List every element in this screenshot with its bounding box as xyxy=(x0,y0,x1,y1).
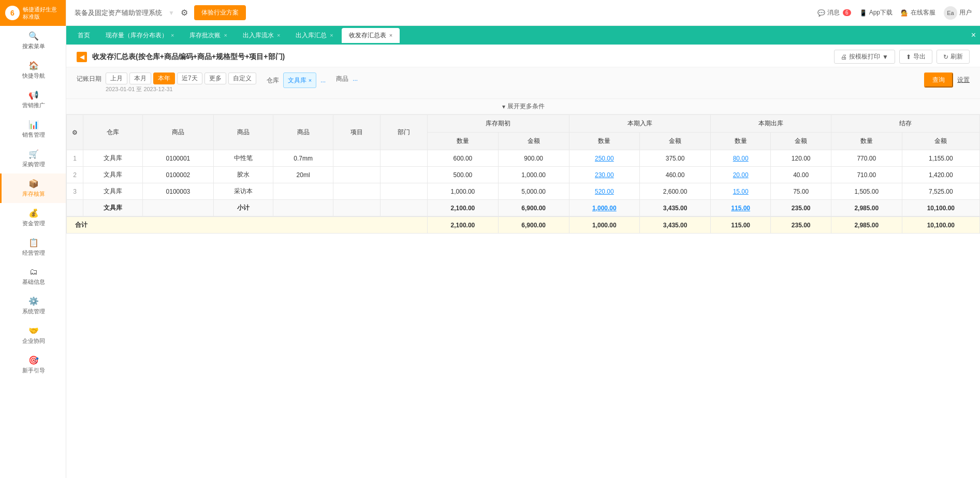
row-out-qty[interactable]: 15.00 xyxy=(710,183,771,200)
col-settings[interactable]: ⚙ xyxy=(67,115,83,150)
sidebar-item-operations[interactable]: 📋经营管理 xyxy=(0,233,66,262)
settings-link[interactable]: 设置 xyxy=(957,76,970,84)
sidebar-item-newbie[interactable]: 🎯新手引导 xyxy=(0,350,66,380)
table-footer-row: 合计 2,100.00 6,900.00 1,000.00 3,435.00 1… xyxy=(67,216,980,234)
tab-batch[interactable]: 库存批次账× xyxy=(182,28,234,43)
row-num-2: 3 xyxy=(67,183,83,200)
date-btn-近7天[interactable]: 近7天 xyxy=(177,73,202,84)
print-btn[interactable]: 🖨 按模板打印 ▼ xyxy=(834,50,895,64)
tab-home[interactable]: 首页 xyxy=(70,28,97,43)
system-name: 装备及固定资产辅助管理系统 xyxy=(75,8,162,18)
row-in-amt: 375.00 xyxy=(640,150,711,167)
row-name: 中性笔 xyxy=(213,150,273,167)
row-project xyxy=(333,167,381,183)
refresh-btn[interactable]: ↻ 刷新 xyxy=(937,50,970,64)
col-init-amt: 金额 xyxy=(498,133,569,150)
row-in-qty[interactable]: 520.00 xyxy=(569,183,640,200)
sidebar-item-enterprise[interactable]: 🤝企业协同 xyxy=(0,321,66,350)
sidebar-item-marketing[interactable]: 📢营销推广 xyxy=(0,85,66,114)
tab-label-summary: 出入库汇总 xyxy=(296,31,327,40)
tab-label-batch: 库存批次账 xyxy=(189,31,221,40)
sidebar-item-search[interactable]: 🔍搜索菜单 xyxy=(0,26,66,55)
warehouse-tag-text: 文具库 xyxy=(288,74,306,86)
warehouse-more[interactable]: ... xyxy=(320,74,326,86)
sidebar-icon-enterprise: 🤝 xyxy=(28,326,39,336)
tab-summary[interactable]: 出入库汇总× xyxy=(288,28,340,43)
expand-arrow-icon: ▾ xyxy=(502,103,505,110)
notification-badge: 6 xyxy=(843,9,851,16)
date-btn-本年[interactable]: 本年 xyxy=(153,73,175,84)
row-in-qty[interactable]: 230.00 xyxy=(569,167,640,183)
tab-close-batch[interactable]: × xyxy=(224,32,227,38)
row-out-qty-link[interactable]: 115.00 xyxy=(731,205,750,212)
row-in-qty-link[interactable]: 520.00 xyxy=(595,188,614,195)
row-in-qty[interactable]: 1,000.00 xyxy=(569,200,640,217)
tab-inventory-dist[interactable]: 现存量（库存分布表）× xyxy=(98,28,181,43)
expand-more-btn[interactable]: ▾ 展开更多条件 xyxy=(502,102,545,111)
top-header: 装备及固定资产辅助管理系统 ▼ ⚙ 体验行业方案 💬 消息 6 📱 App下载 … xyxy=(66,0,980,26)
row-in-qty-link[interactable]: 1,000.00 xyxy=(592,205,617,212)
table-row: 文具库小计2,100.006,900.001,000.003,435.00115… xyxy=(67,200,980,217)
goods-more[interactable]: ... xyxy=(353,73,358,85)
sidebar-item-sales[interactable]: 📊销售管理 xyxy=(0,114,66,144)
user-btn[interactable]: Ea 用户 xyxy=(944,6,972,20)
tab-bar-close-btn[interactable]: × xyxy=(971,31,976,40)
notification-btn[interactable]: 💬 消息 6 xyxy=(817,8,851,17)
row-out-qty[interactable]: 115.00 xyxy=(710,200,771,217)
sidebar-item-purchase[interactable]: 🛒采购管理 xyxy=(0,144,66,173)
header-settings-icon[interactable]: ⚙ xyxy=(181,8,188,18)
date-btn-上月[interactable]: 上月 xyxy=(106,73,127,84)
collapse-btn[interactable]: ◀ xyxy=(77,52,87,62)
export-btn[interactable]: ⬆ 导出 xyxy=(899,50,932,64)
col-out-header: 本期出库 xyxy=(710,115,831,133)
row-out-qty-link[interactable]: 15.00 xyxy=(733,188,749,195)
sidebar-item-quick-nav[interactable]: 🏠快捷导航 xyxy=(0,55,66,85)
sidebar-icon-sales: 📊 xyxy=(28,120,39,129)
tab-close-summary[interactable]: × xyxy=(330,32,333,38)
row-in-qty-link[interactable]: 250.00 xyxy=(595,155,614,162)
sidebar-icon-system: ⚙️ xyxy=(28,296,39,306)
col-out-qty: 数量 xyxy=(710,133,771,150)
sidebar-label-operations: 经营管理 xyxy=(22,249,45,257)
row-out-amt: 75.00 xyxy=(771,183,831,200)
query-button[interactable]: 查询 xyxy=(924,73,953,88)
row-out-qty-link[interactable]: 80.00 xyxy=(733,155,749,162)
row-bal-qty: 770.00 xyxy=(831,150,902,167)
table-row: 3文具库0100003采访本1,000.005,000.00520.002,60… xyxy=(67,183,980,200)
col-warehouse-header: 仓库 xyxy=(83,115,143,150)
tab-close-inventory-dist[interactable]: × xyxy=(171,32,174,38)
row-num-1: 2 xyxy=(67,167,83,183)
row-dept xyxy=(381,167,428,183)
row-out-qty[interactable]: 20.00 xyxy=(710,167,771,183)
table-container: ⚙ 仓库 商品 商品 商品 项目 部门 库存期初 本期入库 本期出库 结存 数量 xyxy=(66,114,980,478)
date-btn-更多[interactable]: 更多 xyxy=(204,73,226,84)
sidebar-label-sales: 销售管理 xyxy=(22,131,45,139)
online-service-btn[interactable]: 💁 在线客服 xyxy=(901,8,935,17)
tab-flow[interactable]: 出入库流水× xyxy=(236,28,287,43)
trial-button[interactable]: 体验行业方案 xyxy=(194,5,246,20)
date-btn-本月[interactable]: 本月 xyxy=(129,73,151,84)
footer-in-amt: 3,435.00 xyxy=(640,216,711,234)
app-download-btn[interactable]: 📱 App下载 xyxy=(859,8,893,17)
row-out-qty-link[interactable]: 20.00 xyxy=(733,171,749,179)
sidebar-item-basic[interactable]: 🗂基础信息 xyxy=(0,262,66,291)
row-num-0: 1 xyxy=(67,150,83,167)
row-project xyxy=(333,150,381,167)
tab-receipt-summary[interactable]: 收发存汇总表× xyxy=(342,28,400,43)
footer-bal-amt: 10,100.00 xyxy=(902,216,979,234)
sidebar-item-system[interactable]: ⚙️系统管理 xyxy=(0,291,66,321)
warehouse-tag-close[interactable]: × xyxy=(309,74,312,86)
row-in-qty[interactable]: 250.00 xyxy=(569,150,640,167)
tab-close-receipt-summary[interactable]: × xyxy=(389,32,392,38)
sidebar-item-finance[interactable]: 💰资金管理 xyxy=(0,203,66,233)
print-icon: 🖨 xyxy=(841,53,847,61)
date-btn-自定义[interactable]: 自定义 xyxy=(228,73,256,84)
sidebar-label-basic: 基础信息 xyxy=(22,278,45,286)
sidebar-icon-finance: 💰 xyxy=(28,208,39,218)
row-out-qty[interactable]: 80.00 xyxy=(710,150,771,167)
refresh-icon: ↻ xyxy=(943,53,948,61)
sidebar-item-inventory[interactable]: 📦库存核算 xyxy=(0,173,66,203)
row-in-qty-link[interactable]: 230.00 xyxy=(595,171,614,179)
tab-close-flow[interactable]: × xyxy=(277,32,280,38)
logo-text: 畅捷通好生意 标准版 xyxy=(23,6,57,21)
